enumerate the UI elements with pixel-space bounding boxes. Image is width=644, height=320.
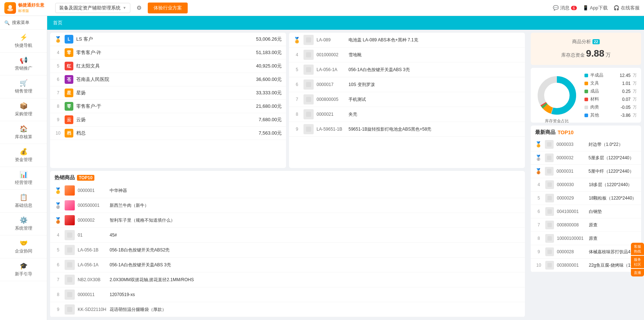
legend-name: 半成品 [590, 72, 617, 78]
sidebar-item-newbie[interactable]: 🎓 新手引导 [0, 258, 47, 281]
basics-icon: 📋 [20, 193, 28, 201]
total-label: 库存总资金 [561, 52, 585, 58]
sidebar-label-system: 系统管理 [15, 225, 32, 231]
legend-value: -3.86 [621, 113, 631, 118]
page-title: 首页 [53, 20, 62, 26]
sidebar-item-system[interactable]: ⚙️ 系统管理 [0, 213, 47, 235]
marketing-icon: 📢 [20, 56, 28, 64]
customer-name: 零售客户-于 [76, 103, 253, 110]
top-right-area: 💬 消息 6 📱 App下载 🎧 在线客服 [553, 5, 640, 11]
search-menu[interactable]: 🔍 搜索菜单 [0, 16, 47, 30]
legend-unit: 万 [633, 89, 637, 94]
hot-product-right-row: 9 LA-59651-1B 59651-1B旋转投影灯电池盒ABS黑色+58壳 [289, 122, 525, 137]
newest-product-image [545, 261, 554, 270]
message-button[interactable]: 💬 消息 6 [553, 5, 577, 11]
sidebar-item-marketing[interactable]: 📢 营销推广 [0, 53, 47, 75]
svg-rect-23 [547, 182, 552, 187]
product-code: LA-59651-1B [317, 127, 346, 132]
sidebar-label-marketing: 营销推广 [15, 65, 32, 71]
newest-product-row: 🏅 0000033 封边带（1.0*22） [531, 138, 641, 151]
newest-products-title: 最新商品 TOP10 [531, 126, 641, 138]
legend-item: 半成品 12.45 万 [584, 72, 637, 78]
sidebar-item-purchase[interactable]: 📦 采购管理 [0, 98, 47, 121]
legend-item: 成品 0.25 万 [584, 88, 637, 94]
customer-avatar: 零 [65, 48, 73, 57]
rank-number: 8 [54, 292, 62, 297]
svg-rect-25 [547, 209, 552, 214]
rank-silver-icon: 🥈 [535, 155, 542, 161]
customer-row: 4 零 零售客户-许 51,183.00元 [50, 46, 286, 60]
newest-product-row: 🥈 0000032 5厘多层（1220*2440） [531, 151, 641, 165]
inventory-total-value-area: 库存总资金 9.88 万 [537, 48, 635, 59]
product-image-placeholder [65, 304, 75, 315]
sidebar-item-sales[interactable]: 🛒 销售管理 [0, 75, 47, 98]
live-button[interactable]: 直播 [631, 269, 644, 276]
legend-name: 肉类 [590, 104, 619, 110]
settings-button[interactable]: ⚙ [134, 3, 144, 13]
customer-row: 5 红 红太阳文具 40,925.00元 [50, 60, 286, 73]
product-name: 雪地靴 [349, 52, 521, 58]
legend-item: 材料 0.07 万 [584, 96, 637, 102]
community-button[interactable]: 服务 社区 [631, 256, 644, 268]
newest-product-name: 18颗粒板（1220*2440） [589, 195, 637, 201]
purchase-icon: 📦 [20, 102, 28, 110]
newest-product-code: 10000100001 [557, 236, 586, 241]
quick-nav-icon: ⚡ [20, 33, 28, 41]
sidebar-label-operations: 经营管理 [15, 180, 32, 186]
rank-number: 7 [54, 277, 62, 282]
newest-product-row: 4 0000030 18多层（1220*2440） [531, 178, 641, 192]
message-label: 消息 [560, 5, 570, 11]
svg-rect-26 [547, 223, 552, 227]
system-selector[interactable]: 装备及固定资产辅助管理系统 ▼ [55, 3, 130, 13]
customer-avatar: 星 [65, 89, 73, 97]
product-code: 0000021 [317, 112, 346, 117]
customer-row: 10 档 档总 7,563.00元 [50, 127, 286, 140]
rank-medal-icon: 🏅 [293, 37, 301, 44]
sidebar-item-quick-nav[interactable]: ⚡ 快捷导航 [0, 30, 47, 53]
newest-product-row: 8 10000100001 原查 [531, 232, 641, 245]
legend-color-dot [584, 74, 588, 77]
customer-amount: 21,680.00元 [256, 103, 282, 110]
hot-products-card: 热销商品 TOP10 🥇 0000001 中华神器 🥈 000500001 新西… [50, 171, 525, 317]
newest-product-image [545, 221, 554, 229]
newest-product-code: 0000029 [557, 196, 586, 201]
hot-product-right-row: 4 001000002 雪地靴 [289, 48, 525, 62]
sidebar-item-operations[interactable]: 📊 经营管理 [0, 167, 47, 190]
newest-product-row: 7 000800008 原查 [531, 218, 641, 232]
sidebar-item-inventory[interactable]: 🏠 库存核算 [0, 121, 47, 144]
product-code: LA-056-1A [78, 262, 107, 267]
sidebar-item-enterprise[interactable]: 🤝 企业协同 [0, 235, 47, 258]
product-name: 45# [110, 233, 521, 238]
sidebar-label-sales: 销售管理 [15, 88, 32, 94]
customer-name: 红太阳文具 [76, 63, 253, 69]
legend-color-dot [584, 90, 588, 93]
online-service-button[interactable]: 🎧 在线客服 [614, 5, 640, 11]
sidebar-item-finance[interactable]: 💰 资金管理 [0, 144, 47, 167]
sidebar-item-basics[interactable]: 📋 基础信息 [0, 190, 47, 213]
product-name: 12070519-xs [110, 292, 521, 297]
enterprise-icon: 🤝 [20, 239, 28, 247]
customer-avatar: 红 [65, 62, 73, 70]
svg-rect-27 [547, 236, 552, 241]
logo-area: 畅捷通好生意 标准版 [4, 2, 52, 14]
rank-number: 9 [293, 127, 301, 132]
svg-rect-28 [547, 250, 552, 254]
svg-rect-6 [306, 97, 311, 102]
trial-button[interactable]: 体验行业方案 [148, 3, 188, 13]
newest-product-row: 9 0000028 体械嘉枝味苏打饮品400毫升（1*15） [531, 245, 641, 259]
product-code: 0000011 [78, 292, 107, 297]
message-badge: 6 [571, 6, 577, 10]
legend-color-dot [584, 106, 588, 109]
customer-amount: 7,563.00元 [258, 130, 282, 136]
legend-unit: 万 [633, 81, 637, 86]
customer-amount: 33,333.00元 [256, 90, 282, 96]
system-icon: ⚙️ [20, 216, 28, 224]
customer-service-button[interactable]: 客服 热线 [631, 243, 644, 255]
hot-products-list: 🥇 0000001 中华神器 🥈 000500001 新西兰牛肉（新牛） 🥉 0… [50, 183, 525, 317]
app-download-button[interactable]: 📱 App下载 [583, 5, 608, 11]
newest-product-code: 0000028 [557, 249, 586, 254]
customer-avatar: 零 [65, 102, 73, 111]
product-thumbnail [303, 65, 314, 75]
customer-avatar: 苍 [65, 75, 73, 84]
sidebar: 🔍 搜索菜单 ⚡ 快捷导航 📢 营销推广 🛒 销售管理 📦 采购管理 🏠 库存核… [0, 16, 47, 320]
